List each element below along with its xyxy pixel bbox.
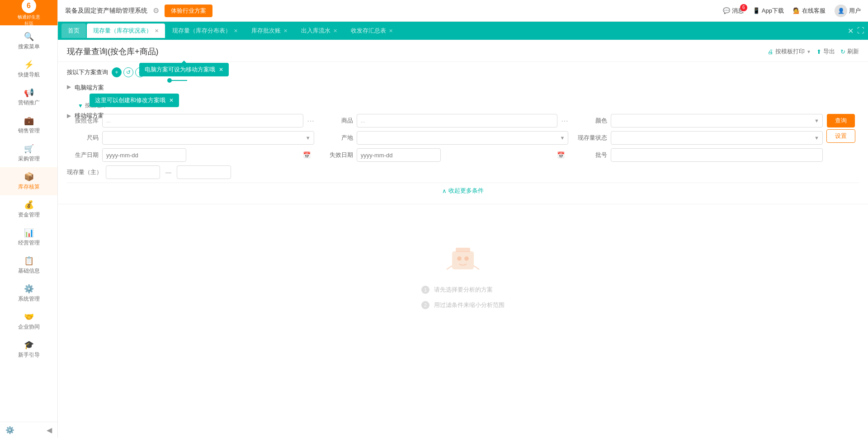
sidebar-item-label: 库存核算 [18,183,40,191]
tab-in-out-flow[interactable]: 出入库流水 ✕ [295,24,344,38]
sidebar-item-sales[interactable]: 💼 销售管理 [0,111,57,139]
finance-icon: 💰 [24,200,34,210]
app-system-title: 装备及固定资产辅助管理系统 [65,7,147,15]
tab-close-all-icon[interactable]: ✕ [848,27,854,35]
sidebar-item-label: 营销推广 [18,99,40,107]
filter-grid-row1: 按照仓库 ... ⋯ 商品 [67,114,823,127]
tooltip-close-icon[interactable]: ✕ [219,66,223,73]
tooltip2-close-icon[interactable]: ✕ [169,97,174,104]
sidebar-item-label: 系统管理 [18,295,40,303]
sidebar-item-purchase[interactable]: 🛒 采购管理 [0,139,57,167]
size-label: 尺码 [67,134,99,142]
refresh-btn[interactable]: ↻ 刷新 [840,47,859,56]
mobile-scheme-item[interactable]: 移动端方案 [75,111,104,121]
tab-summary[interactable]: 收发存汇总表 ✕ [344,24,399,38]
empty-state: 1 请先选择要分析的方案 2 用过滤条件来缩小分析范围 [58,204,868,347]
svg-line-5 [474,266,479,269]
tab-home[interactable]: 首页 [61,24,86,38]
connector-line [169,80,187,81]
sidebar-item-enterprise[interactable]: 🤝 企业协同 [0,307,57,335]
industry-button[interactable]: 体验行业方案 [165,5,212,17]
avatar: 👤 [835,5,847,17]
filter-grid-row4: 现存量（主） — [67,165,823,179]
sidebar-item-label: 采购管理 [18,155,40,163]
reset-button[interactable]: 设置 [826,129,855,143]
settings-icon[interactable]: ⚙ [153,6,159,15]
export-label: 导出 [823,47,835,56]
prod-date-calendar-icon[interactable]: 📅 [303,151,311,159]
refresh-icon: ↻ [840,48,845,55]
stock-main-from[interactable] [106,165,160,179]
tab-batch-ledger[interactable]: 库存批次账 ✕ [245,24,294,38]
warehouse-select[interactable]: ... [102,114,303,127]
tab-close-icon[interactable]: ✕ [283,28,288,34]
size-select[interactable] [102,131,314,145]
sidebar-item-finance[interactable]: 💰 资金管理 [0,195,57,223]
filter-prod-date: 生产日期 📅 [67,148,314,162]
sidebar-item-search[interactable]: 🔍 搜索菜单 [0,27,57,55]
export-btn[interactable]: ⬆ 导出 [816,47,835,56]
basic-icon: 📋 [24,256,34,266]
messages-icon-item[interactable]: 💬 消息 6 [723,7,744,15]
sidebar-item-inventory[interactable]: 📦 库存核算 [0,167,57,195]
system-icon: ⚙️ [24,284,34,294]
desktop-scheme-item[interactable]: 电脑端方案 [75,83,104,93]
expire-date-input[interactable] [357,148,441,162]
tab-close-icon[interactable]: ✕ [333,28,337,34]
sidebar-item-operations[interactable]: 📊 经营管理 [0,223,57,251]
nav-icon: ⚡ [24,60,34,70]
sidebar-item-label: 资金管理 [18,211,40,219]
tab-bar: 首页 现存量（库存状况表） ✕ 现存量（库存分布表） ✕ 库存批次账 ✕ 出入库… [58,22,868,40]
tab-close-icon[interactable]: ✕ [234,28,238,34]
collapse-sidebar-icon[interactable]: ◀ [47,426,52,434]
tab-fullscreen-icon[interactable]: ⛶ [857,27,864,35]
sidebar-item-label: 新手引导 [18,351,40,359]
filter-color: 颜色 ▼ [576,114,823,127]
sidebar-item-marketing[interactable]: 📢 营销推广 [0,83,57,111]
sidebar-item-label: 经营管理 [18,239,40,247]
sidebar-item-basic[interactable]: 📋 基础信息 [0,251,57,279]
goods-select[interactable]: ... [357,114,558,127]
settings-footer-icon[interactable]: ⚙️ [5,426,14,434]
stock-status-select[interactable] [611,131,823,145]
expire-date-calendar-icon[interactable]: 📅 [557,151,565,159]
batch-input[interactable] [611,148,823,162]
filter-area: 按以下方案查询 + ↺ « 电脑方案可设为移动方案哦 ✕ [58,62,868,204]
origin-select[interactable] [357,131,569,145]
desktop-scheme-label: 电脑端方案 [75,84,104,92]
online-service-item[interactable]: 💁 在线客服 [793,7,826,15]
collapse-bar[interactable]: ∧ 收起更多条件 [67,183,859,198]
guide-icon: 🎓 [24,340,34,350]
tab-home-label: 首页 [68,27,80,35]
tab-inventory-dist[interactable]: 现存量（库存分布表） ✕ [166,24,244,38]
sidebar-logo: 6 畅通好生意 标版 [0,0,57,25]
export-icon: ⬆ [816,48,821,55]
sidebar-item-nav[interactable]: ⚡ 快捷导航 [0,55,57,83]
tab-inventory-status[interactable]: 现存量（库存状况表） ✕ [87,24,165,38]
empty-tips: 1 请先选择要分析的方案 2 用过滤条件来缩小分析范围 [421,284,505,311]
sidebar-item-label: 搜索菜单 [18,43,40,51]
sales-icon: 💼 [24,116,34,126]
app-download-item[interactable]: 📱 App下载 [753,7,784,15]
sidebar-item-guide[interactable]: 🎓 新手引导 [0,335,57,363]
print-btn[interactable]: 🖨 按模板打印 ▼ [768,47,811,56]
stock-main-label: 现存量（主） [67,168,102,176]
filter-add-btn[interactable]: + [112,67,122,77]
phone-icon: 📱 [753,7,760,14]
sidebar-item-system[interactable]: ⚙️ 系统管理 [0,279,57,307]
sidebar-item-label: 销售管理 [18,127,40,135]
filter-refresh-btn[interactable]: ↺ [123,67,133,77]
tooltip-desktop-scheme: 电脑方案可设为移动方案哦 ✕ [139,63,229,76]
prod-date-input[interactable] [102,148,186,162]
tab-close-icon[interactable]: ✕ [389,28,393,34]
page-actions: 🖨 按模板打印 ▼ ⬆ 导出 ↻ 刷新 [768,47,859,56]
scheme-list: ▶ 电脑端方案 这里可以创建和修改方案哦 ✕ ▶ [67,83,859,109]
tab-close-icon[interactable]: ✕ [155,28,159,34]
color-select[interactable] [611,114,823,127]
filter-stock-main: 现存量（主） — [67,165,314,179]
filter-size: 尺码 ▼ [67,131,314,145]
stock-main-to[interactable] [177,165,231,179]
mobile-scheme-label: 移动端方案 [75,112,104,120]
tab-inventory-dist-label: 现存量（库存分布表） [172,27,231,35]
user-item[interactable]: 👤 用户 [835,5,861,17]
